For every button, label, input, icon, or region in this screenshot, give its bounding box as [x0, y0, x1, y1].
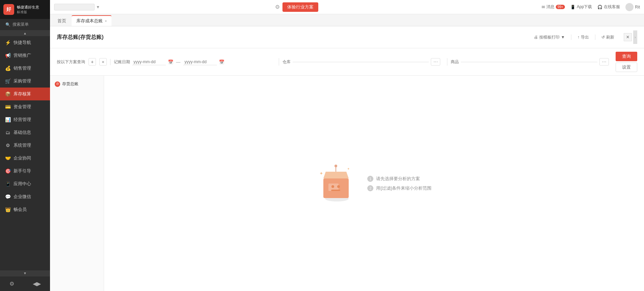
cooperation-icon: 🤝	[5, 155, 11, 161]
purchase-icon: 🛒	[5, 78, 11, 84]
filter-date-dash: —	[176, 59, 180, 65]
topbar-messages[interactable]: ✉ 消息 99+	[542, 4, 565, 10]
sidebar-item-marketing[interactable]: 📢 营销推广	[0, 49, 50, 62]
filter-collapse-btn[interactable]: «	[99, 58, 107, 66]
breadcrumb-input[interactable]	[54, 4, 95, 10]
logo-icon: 好	[3, 4, 14, 15]
logo-text: 畅捷通好生意 标准版	[17, 5, 39, 14]
newbie-icon: 🎯	[5, 168, 11, 174]
scheme-panel: 存 存货总账	[50, 76, 104, 291]
inventory-icon: 📦	[5, 91, 11, 97]
tab-inventory-close[interactable]: ×	[105, 19, 107, 23]
message-badge: 99+	[556, 5, 565, 9]
sidebar-item-finance[interactable]: 💳 资金管理	[0, 100, 50, 113]
svg-text:✦: ✦	[347, 167, 350, 171]
sidebar-search[interactable]: 🔍 搜索菜单	[0, 19, 50, 30]
empty-state-inner: ✦ ✦ 1 请先选择要分析的方案 2 用[过滤]条件来缩小分析范围	[317, 163, 431, 204]
sidebar-collapse-btn[interactable]: ◀▶	[30, 279, 44, 288]
sidebar-item-cooperation[interactable]: 🤝 企业协同	[0, 152, 50, 165]
wechat-icon: 💬	[5, 194, 11, 200]
content-expand-btn[interactable]: ›	[633, 30, 637, 44]
sidebar-item-wechat[interactable]: 💬 企业微信	[0, 190, 50, 203]
topbar-right: ✉ 消息 99+ 📱 App下载 🎧 在线客服 Rit	[542, 3, 640, 11]
sidebar-item-quick-nav[interactable]: ⚡ 快捷导航	[0, 36, 50, 49]
topbar: ▼ ⚙ 体验行业方案 ✉ 消息 99+ 📱 App下载 🎧 在线客服 Rit	[50, 0, 644, 14]
refresh-btn[interactable]: ↺ 刷新	[599, 33, 617, 42]
scheme-item-label: 存货总账	[62, 81, 78, 87]
finance-icon: 💳	[5, 104, 11, 110]
filter-actions: 查询 设置	[616, 52, 637, 72]
print-btn[interactable]: 🖨 按模板打印 ▼	[531, 33, 568, 42]
tab-inventory-ledger[interactable]: 库存成本总账 ×	[72, 15, 112, 26]
industry-btn[interactable]: 体验行业方案	[282, 2, 318, 12]
sidebar-item-operation[interactable]: 📊 经营管理	[0, 113, 50, 126]
filter-product-label: 商品	[451, 59, 459, 65]
basic-icon: 🗂	[5, 129, 11, 136]
tab-inventory-label: 库存成本总账	[76, 18, 103, 24]
empty-hints: 1 请先选择要分析的方案 2 用[过滤]条件来缩小分析范围	[367, 176, 431, 191]
filter-warehouse-section: 仓库 ···	[279, 58, 444, 66]
hint-num-1: 1	[367, 176, 373, 182]
filter-bar: 按以下方案查询 + « 记账日期 📅 — 📅 仓库 ··· 商品	[50, 48, 644, 76]
sidebar-settings-btn[interactable]: ⚙	[7, 279, 17, 288]
sidebar-item-inventory[interactable]: 📦 库存核算	[0, 88, 50, 100]
content-body: 存 存货总账	[50, 76, 644, 291]
marketing-icon: 📢	[5, 52, 11, 58]
svg-point-4	[331, 185, 334, 188]
hint-item-2: 2 用[过滤]条件来缩小分析范围	[367, 185, 431, 191]
operation-icon: 📊	[5, 117, 11, 123]
filter-bar-label: 按以下方案查询	[57, 59, 85, 65]
query-btn[interactable]: 查询	[616, 52, 637, 61]
sidebar-item-sales[interactable]: 💰 销售管理	[0, 62, 50, 75]
actions-divider	[571, 34, 571, 40]
sidebar-item-newbie[interactable]: 🎯 新手引导	[0, 165, 50, 177]
sidebar-item-apps[interactable]: 📱 应用中心	[0, 177, 50, 190]
topbar-online-service[interactable]: 🎧 在线客服	[597, 4, 620, 10]
sidebar-item-members[interactable]: 👑 畅会员	[0, 203, 50, 216]
sidebar-item-system[interactable]: ⚙ 系统管理	[0, 139, 50, 152]
headset-icon: 🎧	[597, 5, 602, 9]
apps-icon: 📱	[5, 181, 11, 187]
filter-add-btn[interactable]: +	[89, 58, 96, 66]
hint-text-2: 用[过滤]条件来缩小分析范围	[376, 185, 431, 191]
filter-warehouse-label: 仓库	[282, 59, 291, 65]
user-name: Rit	[635, 5, 640, 9]
members-icon: 👑	[5, 207, 11, 213]
sidebar-scroll-up[interactable]: ▲	[0, 30, 50, 36]
filter-settings-btn[interactable]: 设置	[616, 63, 637, 72]
topbar-gear-icon[interactable]: ⚙	[275, 4, 280, 10]
empty-state: ✦ ✦ 1 请先选择要分析的方案 2 用[过滤]条件来缩小分析范围	[104, 76, 644, 291]
hint-item-1: 1 请先选择要分析的方案	[367, 176, 431, 182]
sidebar-scroll-down[interactable]: ▼	[0, 270, 50, 276]
refresh-icon: ↺	[601, 35, 605, 40]
export-btn[interactable]: ↑ 导出	[575, 33, 592, 42]
tab-home-label: 首页	[57, 18, 66, 24]
filter-date-start[interactable]	[132, 59, 166, 65]
svg-point-8	[335, 165, 337, 167]
filter-date-label: 记账日期	[114, 59, 130, 65]
svg-text:✦: ✦	[319, 171, 323, 176]
breadcrumb-chevron-icon: ▼	[96, 5, 100, 9]
tabbar: 首页 库存成本总账 ×	[50, 14, 644, 26]
actions-divider2	[595, 34, 595, 40]
filter-date-end[interactable]	[183, 59, 217, 65]
topbar-app-download[interactable]: 📱 App下载	[570, 4, 592, 10]
filter-product-more[interactable]: ···	[599, 58, 609, 66]
sidebar-item-basic[interactable]: 🗂 基础信息	[0, 126, 50, 139]
user-avatar	[625, 3, 634, 11]
sidebar-item-purchase[interactable]: 🛒 采购管理	[0, 75, 50, 88]
phone-icon: 📱	[570, 5, 575, 9]
message-icon: ✉	[542, 5, 545, 9]
calendar-start-icon[interactable]: 📅	[168, 59, 173, 65]
scheme-item-inventory[interactable]: 存 存货总账	[50, 78, 104, 90]
scheme-item-icon: 存	[55, 81, 60, 87]
tab-home[interactable]: 首页	[53, 16, 71, 26]
calendar-end-icon[interactable]: 📅	[219, 59, 224, 65]
svg-rect-6	[331, 190, 340, 191]
svg-point-5	[337, 185, 340, 188]
app-logo: 好 畅捷通好生意 标准版	[0, 0, 50, 19]
topbar-user[interactable]: Rit	[625, 3, 640, 11]
filter-warehouse-more[interactable]: ···	[431, 58, 440, 66]
search-icon: 🔍	[5, 22, 10, 27]
content-close-btn[interactable]: ×	[624, 33, 632, 41]
